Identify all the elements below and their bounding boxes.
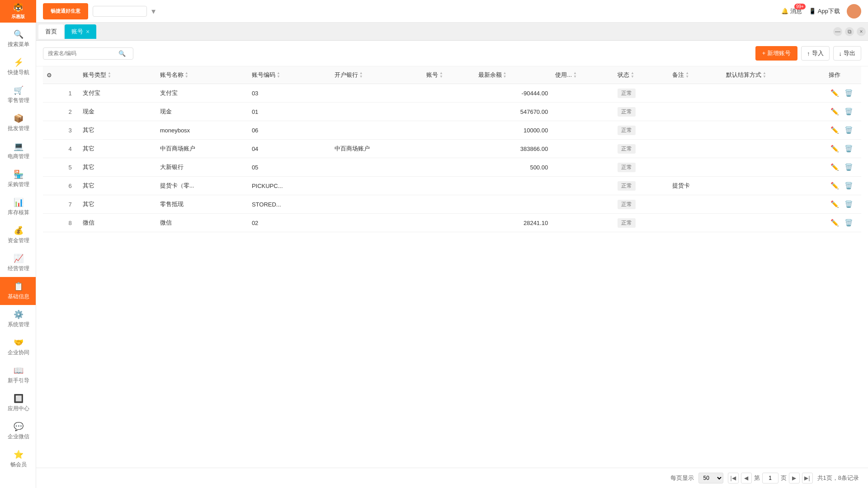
col-usage[interactable]: 使用... ▲▼ [552, 66, 614, 84]
sidebar-item-finance-mgmt[interactable]: 💰 资金管理 [0, 221, 36, 249]
sidebar-item-system-mgmt[interactable]: ⚙️ 系统管理 [0, 305, 36, 333]
last-page-button[interactable]: ▶| [802, 473, 813, 483]
export-button[interactable]: ↓ 导出 [833, 46, 862, 61]
col-code[interactable]: 账号编码 ▲▼ [248, 66, 331, 84]
sort-status-arrows: ▲▼ [631, 71, 634, 79]
sidebar-item-enterprise-wechat[interactable]: 💬 企业微信 [0, 417, 36, 445]
sidebar-item-vip-member[interactable]: ⭐ 畅会员 [0, 445, 36, 473]
sidebar-item-app-center[interactable]: 🔲 应用中心 [0, 389, 36, 417]
cell-settings [43, 214, 61, 232]
sidebar-item-retail-mgmt[interactable]: 🛒 零售管理 [0, 81, 36, 109]
edit-button[interactable]: ✏️ [829, 144, 841, 154]
page-number-input[interactable] [762, 473, 778, 483]
delete-button[interactable]: 🗑️ [843, 162, 855, 172]
col-type[interactable]: 账号类型 ▲▼ [79, 66, 156, 84]
sidebar-item-quick-nav[interactable]: ⚡ 快捷导航 [0, 53, 36, 81]
edit-button[interactable]: ✏️ [829, 199, 841, 209]
prev-page-button[interactable]: ◀ [741, 473, 752, 483]
search-input[interactable] [48, 50, 116, 56]
col-status[interactable]: 状态 ▲▼ [614, 66, 669, 84]
search-icon[interactable]: 🔍 [118, 50, 126, 57]
minimize-button[interactable]: — [833, 27, 842, 36]
message-button[interactable]: 🔔 消息 99+ [781, 7, 802, 15]
col-settle[interactable]: 默认结算方式 ▲▼ [722, 66, 825, 84]
user-avatar[interactable] [847, 4, 861, 19]
edit-button[interactable]: ✏️ [829, 107, 841, 117]
close-tab-button[interactable]: × [857, 27, 866, 36]
edit-button[interactable]: ✏️ [829, 88, 841, 98]
edit-button[interactable]: ✏️ [829, 162, 841, 172]
sidebar-item-label: 企业协同 [8, 349, 29, 357]
cell-usage [552, 214, 614, 232]
sidebar-item-basic-info[interactable]: 📋 基础信息 [0, 277, 36, 305]
cell-usage [552, 177, 614, 195]
topbar-search-input[interactable] [93, 6, 147, 17]
col-name[interactable]: 账号名称 ▲▼ [156, 66, 248, 84]
delete-button[interactable]: 🗑️ [843, 107, 855, 117]
sidebar-item-wholesale-mgmt[interactable]: 📦 批发管理 [0, 109, 36, 137]
table-row: 5 其它 大新银行 05 500.00 正常 ✏️ 🗑️ [43, 158, 861, 177]
col-bank[interactable]: 开户银行 ▲▼ [331, 66, 423, 84]
page-content: 🔍 + 新增账号 ↑ 导入 ↓ 导出 ⚙ [36, 41, 868, 468]
delete-button[interactable]: 🗑️ [843, 88, 855, 98]
next-page-button[interactable]: ▶ [789, 473, 800, 483]
sidebar-item-search-menu[interactable]: 🔍 搜索菜单 [0, 25, 36, 53]
tab-account[interactable]: 账号 × [65, 24, 96, 39]
cell-code: 06 [248, 121, 331, 140]
edit-button[interactable]: ✏️ [829, 181, 841, 191]
sidebar-item-inventory-check[interactable]: 📊 库存核算 [0, 193, 36, 221]
topbar-search-dropdown[interactable]: ▾ [151, 6, 156, 16]
sidebar-item-purchase-mgmt[interactable]: 🏪 采购管理 [0, 165, 36, 193]
edit-button[interactable]: ✏️ [829, 218, 841, 228]
col-remark[interactable]: 备注 ▲▼ [669, 66, 722, 84]
tab-account-close[interactable]: × [86, 28, 90, 35]
first-page-button[interactable]: |◀ [728, 473, 739, 483]
restore-button[interactable]: ⧉ [845, 27, 854, 36]
sort-usage-arrows: ▲▼ [573, 71, 577, 79]
cell-balance: 28241.10 [475, 214, 552, 232]
delete-button[interactable]: 🗑️ [843, 218, 855, 228]
edit-button[interactable]: ✏️ [829, 125, 841, 135]
table-row: 1 支付宝 支付宝 03 -90444.00 正常 ✏️ 🗑️ [43, 84, 861, 103]
sidebar-item-ops-mgmt[interactable]: 📈 经营管理 [0, 249, 36, 277]
import-label: 导入 [812, 49, 824, 57]
delete-button[interactable]: 🗑️ [843, 199, 855, 209]
sidebar-item-label: 电商管理 [8, 153, 29, 160]
sidebar-item-ecommerce-mgmt[interactable]: 💻 电商管理 [0, 137, 36, 165]
logo-icon: 🐯 [13, 3, 23, 13]
cell-status: 正常 [614, 121, 669, 140]
app-center-icon: 🔲 [14, 394, 24, 404]
per-page-select[interactable]: 50 100 200 [698, 473, 723, 483]
table-row: 4 其它 中百商场账户 04 中百商场账户 383866.00 正常 ✏️ 🗑️ [43, 140, 861, 158]
toolbar-right: + 新增账号 ↑ 导入 ↓ 导出 [755, 46, 861, 61]
status-badge: 正常 [618, 218, 636, 228]
delete-button[interactable]: 🗑️ [843, 181, 855, 191]
cell-index: 1 [61, 84, 79, 103]
cell-action: ✏️ 🗑️ [825, 177, 861, 195]
sidebar-item-enterprise-agreement[interactable]: 🤝 企业协同 [0, 333, 36, 361]
delete-button[interactable]: 🗑️ [843, 125, 855, 135]
cell-remark [669, 103, 722, 121]
sidebar-item-new-guide[interactable]: 📖 新手引导 [0, 361, 36, 389]
cell-remark: 提货卡 [669, 177, 722, 195]
import-button[interactable]: ↑ 导入 [801, 46, 830, 61]
tab-home[interactable]: 首页 [38, 24, 64, 39]
cell-balance: -90444.00 [475, 84, 552, 103]
cell-action: ✏️ 🗑️ [825, 195, 861, 214]
cell-code: 03 [248, 84, 331, 103]
basic-info-icon: 📋 [14, 282, 24, 291]
col-account[interactable]: 账号 ▲▼ [423, 66, 474, 84]
app-download-button[interactable]: 📱 App下载 [809, 7, 840, 15]
search-box[interactable]: 🔍 [43, 47, 133, 60]
cell-account [423, 158, 474, 177]
col-balance[interactable]: 最新余额 ▲▼ [475, 66, 552, 84]
add-account-button[interactable]: + 新增账号 [755, 46, 797, 61]
cell-settings [43, 103, 61, 121]
purchase-mgmt-icon: 🏪 [14, 169, 24, 179]
sort-type-arrows: ▲▼ [108, 71, 111, 79]
sidebar-item-label: 企业微信 [8, 433, 29, 441]
cell-index: 2 [61, 103, 79, 121]
col-settings[interactable]: ⚙ [43, 66, 61, 84]
cell-settings [43, 140, 61, 158]
delete-button[interactable]: 🗑️ [843, 144, 855, 154]
